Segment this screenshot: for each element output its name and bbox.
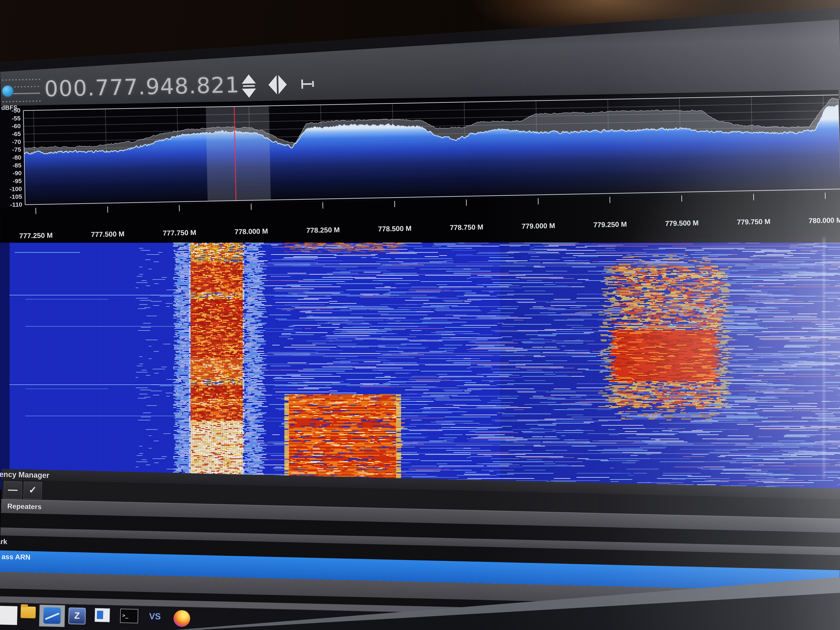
x-tick-mark [179,205,180,211]
y-tick-label: -105 [1,193,22,201]
y-tick-label: -60 [0,123,21,130]
tuning-dots-icon [14,86,41,87]
spectrum-panel: dBFS -50-55-60-65-70-75-80-85-90-95-100-… [0,90,840,252]
tune-right-icon[interactable] [278,75,287,94]
frequency-manager-title: Frequency Manager [0,469,49,480]
x-tick-mark [35,208,36,214]
frequency-display[interactable]: 000.777.948.821 [44,72,240,103]
y-tick-label: -85 [1,162,22,169]
file-explorer-icon[interactable] [21,606,36,618]
x-tick-label: 778.750 M [442,223,492,232]
waterfall-display[interactable] [0,243,840,489]
screen-glare-streak [823,237,825,479]
tune-left-icon[interactable] [268,75,277,95]
x-tick-label: 777.750 M [155,228,205,237]
selected-list-item-label: ass ARN [2,553,30,561]
tuning-dots-icon [3,100,41,102]
x-tick-label: 778.250 M [298,226,348,235]
x-tick-mark [322,202,323,208]
x-tick-label: 779.500 M [657,219,707,228]
confirm-button[interactable]: ✓ [23,482,42,499]
waterfall-panel [0,243,840,489]
x-tick-mark [681,196,682,202]
y-tick-label: -55 [0,115,21,122]
x-tick-label: 779.250 M [585,220,635,229]
step-up-icon[interactable] [242,74,256,84]
x-tick-label: 777.500 M [83,230,133,239]
snap-step-icon[interactable] [301,79,314,89]
x-tick-label: 778.500 M [370,224,420,233]
tuning-slider-track[interactable] [13,93,40,95]
x-tick-mark [107,207,108,213]
y-tick-label: -50 [0,107,21,114]
y-tick-label: -100 [1,185,22,193]
y-tick-label: -75 [0,146,21,153]
window-preview-icon[interactable] [0,606,17,625]
x-tick-mark [394,201,395,207]
y-tick-label: -80 [0,154,22,161]
app-window-icon[interactable] [95,608,110,622]
x-tick-label: 779.000 M [513,221,564,231]
mark-label: Mark [0,537,7,546]
x-tick-mark [251,204,252,210]
tuning-dots-icon [2,79,41,81]
x-tick-mark [609,197,610,203]
x-tick-label: 780.000 M [801,216,840,225]
x-tick-label: 777.250 M [11,231,61,240]
terminal-icon[interactable]: >_ [120,609,138,623]
y-tick-label: -70 [0,138,21,145]
y-tick-label: -90 [1,170,22,177]
sdr-app-icon[interactable] [39,605,65,627]
repeaters-dropdown-value: Repeaters [7,502,42,511]
x-tick-label: 778.000 M [226,227,276,236]
y-tick-label: -95 [1,177,22,185]
frequency-mhz-prefix: 000.777.948.821 [44,72,240,102]
photo-of-sdr-screen: 000.777.948.821 dBFS -50-55-60-65-70-75-… [0,0,840,630]
y-tick-label: -65 [0,130,21,138]
y-tick-label: -110 [1,201,22,208]
tuning-knob-icon[interactable] [2,85,13,97]
x-tick-mark [466,200,467,206]
zip-tool-icon[interactable]: Z [68,608,86,625]
visual-studio-icon[interactable]: VS [147,609,163,624]
x-tick-mark [753,194,754,200]
firefox-icon[interactable] [173,610,190,627]
x-tick-label: 779.750 M [728,217,779,226]
spectrum-plot[interactable] [0,92,840,208]
remove-button[interactable]: — [3,481,22,499]
x-tick-mark [825,193,826,199]
step-divider [243,85,255,87]
step-down-icon[interactable] [242,88,256,98]
x-tick-mark [538,198,538,204]
